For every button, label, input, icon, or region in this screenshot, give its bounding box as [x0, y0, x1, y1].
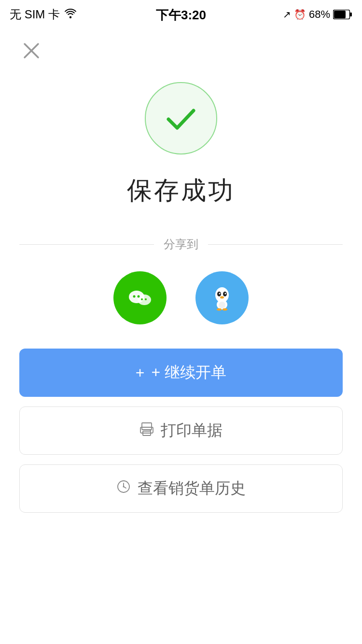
- share-label: 分享到: [164, 237, 198, 252]
- share-divider: 分享到: [19, 237, 343, 252]
- continue-icon: +: [136, 364, 145, 382]
- status-time: 下午3:20: [156, 7, 206, 24]
- svg-point-20: [223, 308, 227, 311]
- continue-label: + 继续开单: [152, 362, 227, 383]
- print-icon: [139, 422, 154, 440]
- svg-point-10: [145, 298, 147, 300]
- print-button[interactable]: 打印单据: [19, 406, 343, 455]
- svg-point-8: [138, 295, 140, 298]
- status-right: ↗ ⏰ 68%: [283, 8, 352, 21]
- svg-point-15: [225, 293, 226, 294]
- close-button-container: [19, 29, 343, 77]
- share-icons-row: [19, 271, 343, 324]
- svg-point-18: [219, 302, 225, 308]
- battery-percent: 68%: [309, 8, 330, 21]
- svg-rect-21: [142, 423, 152, 430]
- divider-right: [208, 244, 343, 245]
- share-wechat-button[interactable]: [113, 271, 167, 324]
- history-label: 查看销货单历史: [138, 478, 246, 499]
- svg-point-16: [220, 296, 224, 299]
- page-content: 保存成功 分享到: [0, 29, 362, 513]
- divider-left: [19, 244, 154, 245]
- location-icon: ↗: [283, 9, 291, 20]
- share-qq-button[interactable]: [195, 271, 249, 324]
- svg-point-7: [133, 295, 136, 298]
- action-buttons: + + 继续开单 打印单据: [19, 349, 343, 513]
- status-bar: 无 SIM 卡 下午3:20 ↗ ⏰ 68%: [0, 0, 362, 29]
- close-button[interactable]: [19, 39, 43, 63]
- svg-rect-1: [334, 11, 346, 18]
- success-icon: [145, 82, 217, 154]
- alarm-icon: ⏰: [294, 9, 306, 20]
- svg-rect-2: [350, 13, 352, 16]
- svg-point-24: [150, 429, 152, 431]
- battery-icon: [333, 10, 352, 19]
- svg-line-28: [124, 487, 126, 488]
- success-title: 保存成功: [127, 174, 235, 208]
- print-label: 打印单据: [161, 420, 223, 441]
- svg-point-9: [141, 298, 143, 300]
- share-section: 分享到: [19, 237, 343, 324]
- svg-point-19: [217, 308, 222, 311]
- wifi-icon: [64, 8, 77, 21]
- history-button[interactable]: 查看销货单历史: [19, 464, 343, 513]
- continue-button[interactable]: + + 继续开单: [19, 349, 343, 397]
- no-sim-label: 无 SIM 卡: [10, 7, 60, 22]
- svg-point-14: [219, 293, 221, 294]
- status-left: 无 SIM 卡: [10, 7, 77, 22]
- history-icon: [116, 479, 131, 498]
